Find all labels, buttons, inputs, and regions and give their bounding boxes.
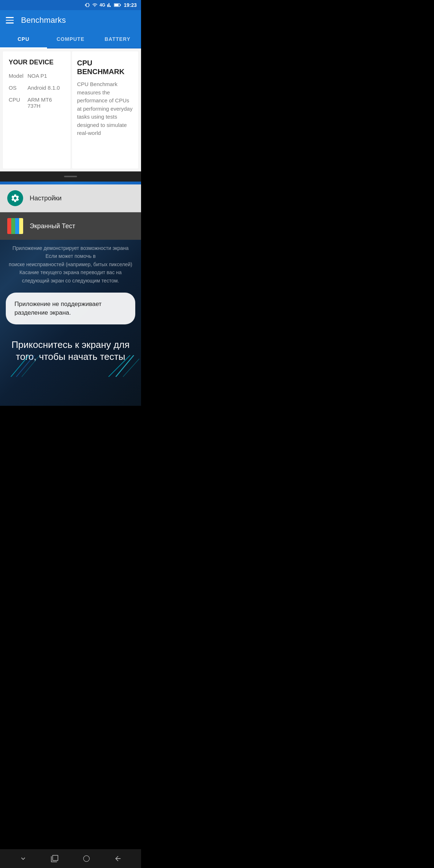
wifi-icon xyxy=(92,3,98,8)
status-icons: 4G 19:23 xyxy=(85,2,137,8)
device-card: YOUR DEVICE Model NOA P1 OS Android 8.1.… xyxy=(3,51,71,169)
cpu-value: ARM MT6 737H xyxy=(27,97,65,109)
divider-pill xyxy=(64,176,77,177)
benchmark-card: CPU BENCHMARK CPU Benchmark measures the… xyxy=(72,51,138,169)
model-label: Model xyxy=(9,73,25,79)
toast-text: Приложение не поддерживает разделение эк… xyxy=(14,301,102,316)
divider xyxy=(0,171,141,182)
screen-area[interactable]: Настройки Экранный Тест Приложение демон… xyxy=(0,182,141,406)
settings-icon xyxy=(7,190,23,206)
battery-icon xyxy=(114,3,121,7)
bg-text-line5: следующий экран со следующим тестом. xyxy=(6,277,135,285)
screentest-label: Экранный Тест xyxy=(30,222,75,230)
device-row-os: OS Android 8.1.0 xyxy=(9,85,65,91)
tab-cpu[interactable]: CPU xyxy=(0,30,47,48)
os-label: OS xyxy=(9,85,25,91)
network-type: 4G xyxy=(99,3,105,8)
bg-text-line2: Если может помочь в xyxy=(6,252,135,260)
model-value: NOA P1 xyxy=(27,73,47,79)
tab-compute[interactable]: COMPUTE xyxy=(47,30,94,48)
background-text-area: Приложение демонстрирует возможности экр… xyxy=(0,240,141,289)
menu-container: Настройки Экранный Тест xyxy=(0,184,141,240)
nav-spacer xyxy=(0,370,141,392)
benchmark-title: CPU BENCHMARK xyxy=(77,59,133,76)
svg-rect-2 xyxy=(120,4,121,5)
main-content: YOUR DEVICE Model NOA P1 OS Android 8.1.… xyxy=(0,48,141,171)
device-section-title: YOUR DEVICE xyxy=(9,59,65,66)
status-time: 19:23 xyxy=(124,2,137,8)
app-bar: Benchmarks xyxy=(0,10,141,30)
vibrate-icon xyxy=(85,2,90,8)
device-row-cpu: CPU ARM MT6 737H xyxy=(9,97,65,109)
blue-strip xyxy=(0,182,141,184)
gear-svg xyxy=(10,193,20,203)
app-title: Benchmarks xyxy=(21,16,66,25)
menu-item-screentest[interactable]: Экранный Тест xyxy=(0,212,141,240)
status-bar: 4G 19:23 xyxy=(0,0,141,10)
cpu-label: CPU xyxy=(9,97,25,103)
screen-test-icon xyxy=(7,218,23,234)
benchmark-description: CPU Benchmark measures the performance o… xyxy=(77,80,133,137)
cta-text[interactable]: Прикоснитесь к экрану для того, чтобы на… xyxy=(0,328,141,371)
signal-icon xyxy=(107,3,112,8)
tab-battery[interactable]: BATTERY xyxy=(94,30,141,48)
bg-text-line3: поиске неисправностей (например, битых п… xyxy=(6,260,135,268)
settings-label: Настройки xyxy=(30,195,61,202)
bg-text-line4: Касание текущего экрана переводит вас на xyxy=(6,268,135,276)
menu-item-settings[interactable]: Настройки xyxy=(0,184,141,212)
hamburger-menu[interactable] xyxy=(6,17,14,24)
svg-rect-1 xyxy=(114,4,119,6)
bg-text-line1: Приложение демонстрирует возможности экр… xyxy=(6,244,135,252)
toast-popup: Приложение не поддерживает разделение эк… xyxy=(6,293,135,324)
tab-bar: CPU COMPUTE BATTERY xyxy=(0,30,141,48)
os-value: Android 8.1.0 xyxy=(27,85,60,91)
device-row-model: Model NOA P1 xyxy=(9,73,65,79)
